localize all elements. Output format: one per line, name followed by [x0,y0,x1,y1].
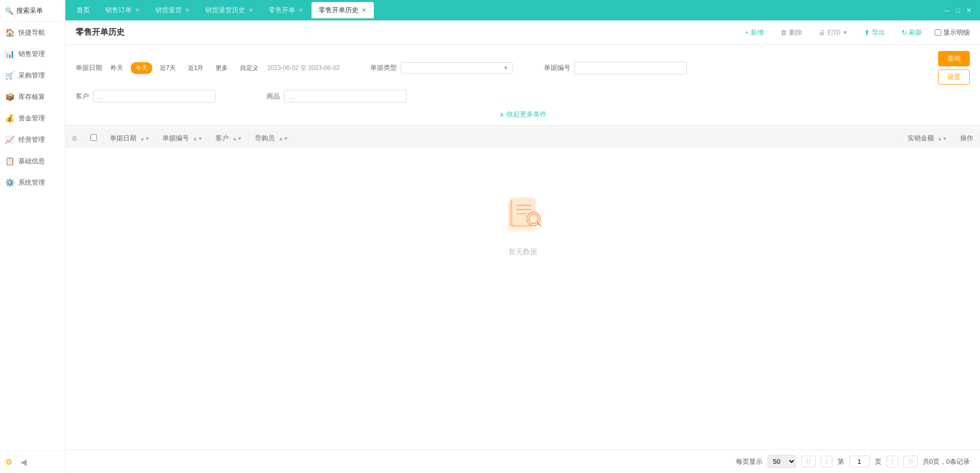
export-icon: ⬆ [864,29,870,36]
prev-page-btn[interactable]: ⟨ [821,456,832,467]
sort-arrows-amount: ▲▼ [937,136,947,141]
sidebar-search[interactable]: 🔍 搜索采单 [0,0,65,22]
date-btn-1month[interactable]: 近1月 [183,62,208,74]
export-label: 导出 [872,28,885,37]
number-input[interactable] [575,62,687,74]
refresh-button[interactable]: ↻ 刷新 [897,26,926,39]
filter-number: 单据编号 [544,62,687,74]
delete-icon: 🗑 [780,29,787,36]
chart-icon: 📊 [5,49,14,59]
table-area: ⚙ 单据日期 ▲▼ 单据编号 ▲▼ [65,130,980,450]
tab-sales-return-label: 销货退货 [155,6,182,15]
goods-input[interactable]: ... [284,90,407,103]
page-title: 零售开单历史 [76,27,125,38]
main: 首页 销售订单 ✕ 销货退货 ✕ 销货退货历史 ✕ 零售开单 ✕ 零售开单历史 … [65,0,980,473]
collapse-button[interactable]: ∧ 收起更多条件 [76,110,970,119]
add-label: 新增 [751,28,764,37]
tabs-bar-right: — □ ✕ [943,7,976,14]
sidebar-item-inventory[interactable]: 📦 库存核算 [0,86,65,108]
goods-label: 商品 [267,92,280,101]
filter-row-2: 客户 ... 商品 ... [76,90,970,103]
tab-retail-open-history-close[interactable]: ✕ [362,7,367,14]
tab-sales-return[interactable]: 销货退货 ✕ [148,2,197,18]
number-label: 单据编号 [544,63,570,72]
window-maximize[interactable]: □ [956,7,960,14]
th-date[interactable]: 单据日期 ▲▼ [104,130,156,147]
tab-sales-order-label: 销售订单 [105,6,132,15]
date-btn-more[interactable]: 更多 [211,62,232,74]
tab-sales-order-close[interactable]: ✕ [135,7,140,14]
display-toggle[interactable]: 显示明细 [935,28,970,37]
date-btn-7days[interactable]: 近7天 [155,62,180,74]
query-button[interactable]: 查询 [938,51,970,66]
select-all-checkbox[interactable] [90,134,97,141]
cart-icon: 🛒 [5,71,14,80]
next-page-btn[interactable]: ⟩ [887,456,898,467]
sidebar-item-basic-info[interactable]: 📋 基础信息 [0,151,65,172]
refresh-label: 刷新 [909,28,922,37]
tab-retail-open-close[interactable]: ✕ [298,7,303,14]
display-checkbox[interactable] [935,29,941,36]
tab-retail-open[interactable]: 零售开单 ✕ [261,2,310,18]
toolbar: + 新增 🗑 删除 🖨 打印 ▼ ⬆ 导出 ↻ [741,26,970,39]
th-settings[interactable]: ⚙ [65,130,84,147]
page-label: 第 [838,457,844,466]
date-btn-today[interactable]: 今天 [131,62,152,74]
collapse-footer-icon[interactable]: ◀ [20,457,27,467]
print-label: 打印 [827,28,841,37]
tab-home[interactable]: 首页 [69,2,97,18]
export-button[interactable]: ⬆ 导出 [860,26,889,39]
sidebar-footer: ⚙ ◀ [0,451,65,473]
page-input[interactable] [849,456,870,467]
filter-row-1: 单据日期 昨天 今天 近7天 近1月 更多 自定义 2023-06-02 至 2… [76,51,970,85]
tab-sales-order[interactable]: 销售订单 ✕ [98,2,147,18]
sidebar-item-finance[interactable]: 💰 资金管理 [0,108,65,129]
th-action: 操作 [954,130,980,147]
total-label: 共0页，0条记录 [923,457,970,466]
th-amount[interactable]: 实销金额 ▲▼ [901,130,953,147]
tab-sales-return-close[interactable]: ✕ [185,7,190,14]
date-range: 2023-06-02 至 2023-06-02 [267,64,339,72]
sidebar-item-sys-mgmt[interactable]: ⚙️ 系统管理 [0,172,65,193]
tab-retail-open-history[interactable]: 零售开单历史 ✕ [312,2,374,18]
th-checkbox[interactable] [84,130,104,147]
empty-icon [497,188,548,239]
type-select[interactable]: ▼ [401,62,513,73]
refresh-icon: ↻ [901,29,907,36]
page-header: 零售开单历史 + 新增 🗑 删除 🖨 打印 ▼ ⬆ 导出 [65,20,980,45]
last-page-btn[interactable]: ⟩⟩ [903,456,918,467]
date-btn-custom[interactable]: 自定义 [235,62,263,74]
sidebar-item-purchase-mgmt[interactable]: 🛒 采购管理 [0,65,65,86]
collapse-label: 收起更多条件 [507,110,546,119]
date-label: 单据日期 [76,63,102,72]
tabs-bar: 首页 销售订单 ✕ 销货退货 ✕ 销货退货历史 ✕ 零售开单 ✕ 零售开单历史 … [65,0,980,20]
customer-input[interactable]: ... [93,90,216,103]
page-size-select[interactable]: 10 20 50 100 [768,455,796,468]
add-button[interactable]: + 新增 [741,26,769,39]
first-page-btn[interactable]: ⟨⟨ [801,456,816,467]
box-icon: 📦 [5,92,14,102]
filter-goods: 商品 ... [267,90,407,103]
tab-sales-return-history[interactable]: 销货退货历史 ✕ [198,2,260,18]
th-number[interactable]: 单据编号 ▲▼ [156,130,209,147]
filter-customer: 客户 ... [76,90,216,103]
window-minimize[interactable]: — [943,7,950,14]
sidebar-nav: 🏠 快捷导航 📊 销售管理 🛒 采购管理 📦 库存核算 💰 资金管理 📈 经营管… [0,22,65,451]
settings-footer-icon[interactable]: ⚙ [5,457,12,467]
operations-icon: 📈 [5,135,14,144]
tab-sales-return-history-close[interactable]: ✕ [248,7,253,14]
sidebar-item-operations[interactable]: 📈 经营管理 [0,129,65,151]
settings-button[interactable]: 设置 [938,69,970,85]
th-action-label: 操作 [960,134,973,142]
sidebar-item-sales-mgmt[interactable]: 📊 销售管理 [0,43,65,65]
window-close[interactable]: ✕ [966,7,972,14]
th-customer[interactable]: 客户 ▲▼ [209,130,248,147]
delete-button[interactable]: 🗑 删除 [776,26,806,39]
th-guide[interactable]: 导购员 ▲▼ [249,130,295,147]
data-table: ⚙ 单据日期 ▲▼ 单据编号 ▲▼ [65,130,980,147]
th-date-label: 单据日期 [110,134,136,142]
sidebar-item-quick-nav[interactable]: 🏠 快捷导航 [0,22,65,43]
print-button[interactable]: 🖨 打印 ▼ [815,26,852,39]
sort-arrows-date: ▲▼ [140,136,150,141]
date-btn-yesterday[interactable]: 昨天 [106,62,128,74]
